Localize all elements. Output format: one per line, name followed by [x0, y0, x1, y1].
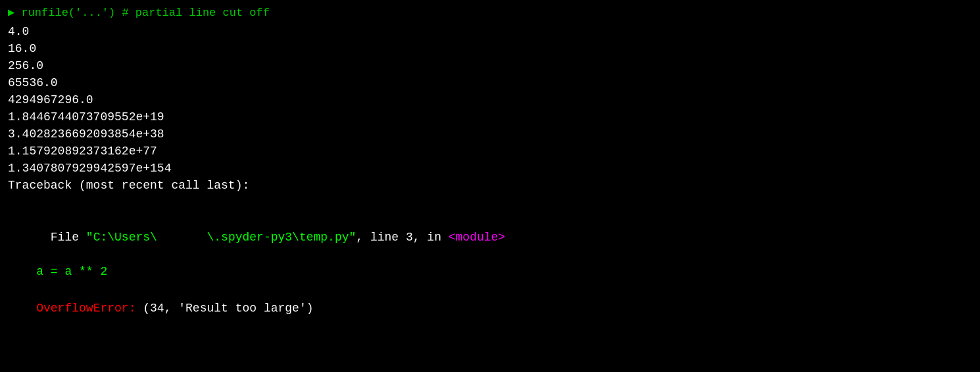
file-line-info: , line 3, in [356, 231, 448, 244]
output-line-6: 1.8446744073709552e+19 [8, 108, 972, 126]
traceback-code-line: a = a ** 2 [8, 263, 972, 280]
file-path: "C:\Users\ \.spyder-py3\temp.py" [86, 231, 356, 244]
traceback-file-line: File "C:\Users\ \.spyder-py3\temp.py", l… [8, 212, 972, 263]
file-prefix: File [36, 231, 86, 244]
error-line: OverflowError: (34, 'Result too large') [8, 283, 972, 334]
module-label: <module> [449, 231, 505, 244]
error-message: (34, 'Result too large') [135, 302, 313, 315]
traceback-header: Traceback (most recent call last): [8, 177, 972, 194]
output-line-7: 3.4028236692093854e+38 [8, 126, 972, 143]
console-output: ▶ runfile('...') # partial line cut off … [8, 5, 972, 334]
output-line-2: 16.0 [8, 40, 972, 57]
output-line-1: 4.0 [8, 23, 972, 40]
output-line-9: 1.3407807929942597e+154 [8, 160, 972, 177]
output-line-5: 4294967296.0 [8, 91, 972, 108]
traceback-blank [8, 195, 972, 212]
output-line-3: 256.0 [8, 57, 972, 74]
output-line-8: 1.157920892373162e+77 [8, 143, 972, 160]
top-partial-line: ▶ runfile('...') # partial line cut off [8, 5, 972, 22]
error-type: OverflowError: [36, 302, 135, 315]
output-line-4: 65536.0 [8, 74, 972, 91]
